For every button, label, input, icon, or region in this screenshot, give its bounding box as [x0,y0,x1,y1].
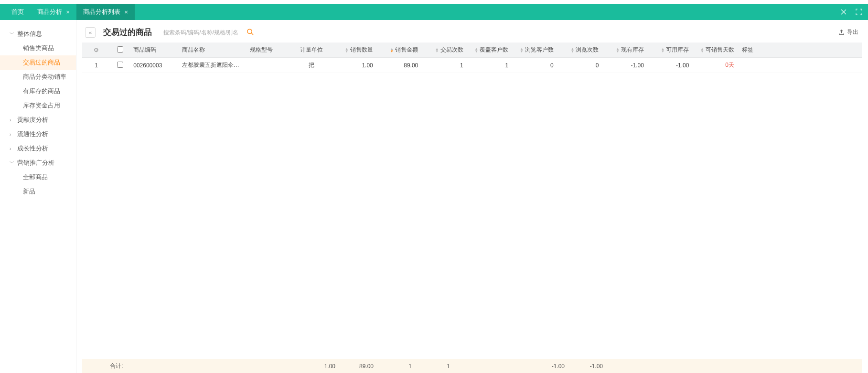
nav-group-2[interactable]: ›流通性分析 [0,127,76,141]
nav-group-0[interactable]: ﹀整体信息 [0,27,76,41]
col-label: 商品名称 [182,46,205,53]
sort-icon: ▲▼ [570,48,574,53]
tab-close-icon[interactable]: ✕ [124,10,128,15]
cell-stock_now: -1.00 [602,58,648,73]
col-header-sale_amt[interactable]: ▲▼销售金额 [377,43,422,58]
cell-code: 002600003 [129,58,178,73]
col-header-name: 商品名称 [178,43,246,58]
sort-icon: ▲▼ [435,48,439,53]
footer-sale-qty: 1.00 [297,363,335,370]
chevron-down-icon: ﹀ [10,160,14,166]
tab-1[interactable]: 商品分析✕ [31,4,76,20]
nav-group-label: 贡献度分析 [17,116,48,124]
export-button[interactable]: 导出 [838,28,858,36]
cell-sale_days: 0天 [693,58,738,73]
sort-icon: ▲▼ [661,48,664,53]
col-header-sale_qty[interactable]: ▲▼销售数量 [332,43,377,58]
sort-icon: ▲▼ [345,48,349,53]
col-label: 覆盖客户数 [480,46,508,53]
col-header-view_cnt[interactable]: ▲▼浏览次数 [557,43,603,58]
nav-group-label: 营销推广分析 [17,159,54,167]
footer-cust-cnt: 1 [412,363,450,370]
cell-trade_cnt: 1 [422,58,467,73]
col-label: 现有库存 [621,46,644,53]
search-input[interactable] [162,27,244,38]
col-header-code: 商品编码 [129,43,178,58]
chevron-right-icon: › [10,117,14,123]
chevron-right-icon: › [10,146,14,151]
tab-2[interactable]: 商品分析列表✕ [76,4,135,20]
sort-icon: ▲▼ [390,48,394,53]
col-label: 商品编码 [133,46,156,53]
col-header-unit: 计量单位 [291,43,332,58]
chevron-down-icon: ﹀ [10,31,14,37]
col-header-cust_cnt[interactable]: ▲▼覆盖客户数 [467,43,513,58]
nav-item-0-1[interactable]: 交易过的商品 [0,55,76,70]
col-header-view_cust[interactable]: ▲▼浏览客户数 [512,43,557,58]
col-header-tag: 标签 [738,43,862,58]
col-label: 浏览客户数 [525,46,554,53]
sort-icon: ▲▼ [520,48,524,53]
link-view-cust[interactable]: 0 [550,62,554,69]
cell-tag [738,58,862,73]
col-label: 计量单位 [300,46,323,53]
cell-view_cust: 0 [512,58,557,73]
search-icon[interactable] [246,28,254,37]
data-table: ⚙商品编码商品名称规格型号计量单位▲▼销售数量▲▼销售金额▲▼交易次数▲▼覆盖客… [82,43,862,73]
nav-item-0-0[interactable]: 销售类商品 [0,41,76,55]
fullscreen-icon[interactable] [854,7,864,17]
tab-0[interactable]: 首页 [5,4,31,20]
chevron-right-icon: › [10,132,14,137]
row-checkbox[interactable] [117,62,123,68]
cell-name: 左都胶囊五折遮阳伞防晒伞; [178,58,246,73]
tab-label: 商品分析 [37,8,62,16]
nav-group-label: 流通性分析 [17,130,48,139]
col-header-trade_cnt[interactable]: ▲▼交易次数 [422,43,467,58]
cell-spec [246,58,291,73]
col-label: 销售金额 [395,46,418,53]
nav-item-0-4[interactable]: 库存资金占用 [0,98,76,113]
col-label: 销售数量 [350,46,373,53]
nav-group-3[interactable]: ›成长性分析 [0,141,76,156]
select-all-checkbox[interactable] [117,46,123,53]
cell-gear: 1 [82,58,110,73]
nav-group-label: 整体信息 [17,30,42,38]
footer-sale-amt: 89.00 [335,363,374,370]
footer-label: 合计: [110,362,167,370]
nav-item-0-2[interactable]: 商品分类动销率 [0,70,76,84]
col-header-sale_days[interactable]: ▲▼可销售天数 [693,43,738,58]
col-header-stock_now[interactable]: ▲▼现有库存 [602,43,648,58]
col-label: 标签 [742,46,753,53]
nav-item-0-3[interactable]: 有库存的商品 [0,84,76,98]
cell-unit: 把 [291,58,332,73]
col-header-stock_avail[interactable]: ▲▼可用库存 [648,43,693,58]
cell-stock_avail: -1.00 [648,58,693,73]
export-icon [838,29,845,35]
close-icon[interactable] [838,7,849,17]
nav-group-1[interactable]: ›贡献度分析 [0,113,76,127]
tab-close-icon[interactable]: ✕ [66,10,70,15]
sidebar: ﹀整体信息销售类商品交易过的商品商品分类动销率有库存的商品库存资金占用›贡献度分… [0,20,76,373]
footer-stock-avail: -1.00 [565,363,603,370]
nav-item-4-1[interactable]: 新品 [0,184,76,199]
nav-item-4-0[interactable]: 全部商品 [0,170,76,184]
tab-label: 首页 [11,8,24,16]
tab-label: 商品分析列表 [83,8,120,16]
sort-icon: ▲▼ [700,48,704,53]
cell-sale_qty: 1.00 [332,58,377,73]
nav-group-label: 成长性分析 [17,144,48,153]
col-label: 规格型号 [250,46,273,53]
footer-stock-now: -1.00 [526,363,565,370]
tab-bar: 首页商品分析✕商品分析列表✕ [0,4,868,20]
cell-cust_cnt: 1 [467,58,513,73]
nav-group-4[interactable]: ﹀营销推广分析 [0,156,76,170]
export-label: 导出 [847,28,858,36]
svg-point-0 [247,29,252,33]
table-row[interactable]: 1002600003左都胶囊五折遮阳伞防晒伞;把1.0089.001100-1.… [82,58,862,73]
col-header-check [110,43,129,58]
col-header-spec: 规格型号 [246,43,291,58]
table-header-row: ⚙商品编码商品名称规格型号计量单位▲▼销售数量▲▼销售金额▲▼交易次数▲▼覆盖客… [82,43,862,58]
gear-icon[interactable]: ⚙ [94,47,99,53]
collapse-sidebar-button[interactable]: « [85,27,96,38]
footer-trade-cnt: 1 [374,363,412,370]
